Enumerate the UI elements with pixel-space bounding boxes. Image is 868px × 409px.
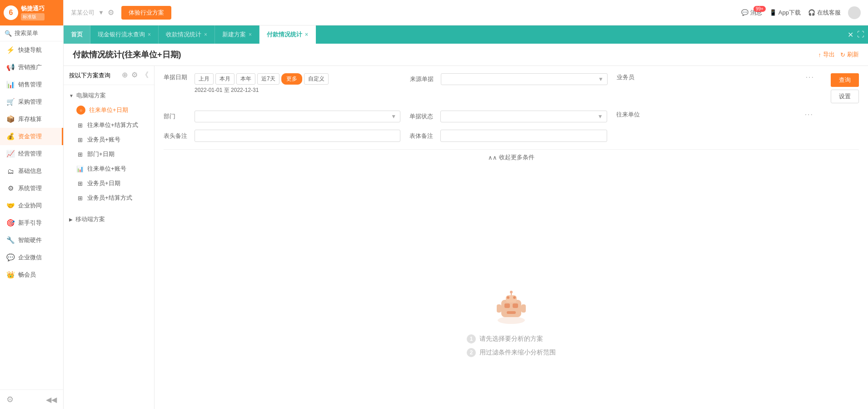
source-select[interactable]: ▼ bbox=[441, 73, 608, 85]
user-avatar[interactable] bbox=[848, 6, 861, 19]
collapse-button[interactable]: ∧∧ 收起更多条件 bbox=[164, 149, 859, 165]
online-service-item[interactable]: 🎧 在线客服 bbox=[808, 9, 841, 17]
sidebar-item-marketing[interactable]: 📢 营销推广 bbox=[0, 59, 63, 76]
sidebar-item-weixin[interactable]: 💬 企业微信 bbox=[0, 249, 63, 266]
header-dropdown-icon[interactable]: ▼ bbox=[98, 9, 104, 16]
tab-home[interactable]: 首页 bbox=[64, 25, 90, 44]
scheme-item-dept-date[interactable]: ⊞ 部门+日期 bbox=[64, 147, 154, 162]
sidebar-item-system[interactable]: ⚙ 系统管理 bbox=[0, 180, 63, 197]
scheme-desktop-header[interactable]: ▼ 电脑端方案 bbox=[64, 89, 154, 102]
scheme-item-label: 往来单位+日期 bbox=[89, 106, 128, 114]
date-more[interactable]: 更多 bbox=[281, 73, 302, 85]
refresh-button[interactable]: ↻ 刷新 bbox=[840, 50, 859, 59]
tab-payment-stats-label: 付款情况统计 bbox=[267, 30, 302, 39]
sidebar-item-hardware[interactable]: 🔧 智能硬件 bbox=[0, 232, 63, 249]
tab-receipt-stats-close[interactable]: × bbox=[204, 31, 207, 38]
search-menu[interactable]: 🔍 搜索菜单 bbox=[0, 25, 63, 41]
app-download-item[interactable]: 📱 App下载 bbox=[769, 9, 801, 17]
service-icon: 🎧 bbox=[808, 9, 815, 16]
staff-dots[interactable]: ··· bbox=[806, 73, 814, 81]
tab-close-all[interactable]: ✕ bbox=[848, 30, 853, 39]
tab-new-plan[interactable]: 新建方案 × bbox=[215, 25, 259, 44]
sidebar: 6 畅捷通巧 标准版 🔍 搜索菜单 ⚡ 快捷导航 📢 营销推广 📊 销售管理 🛒… bbox=[0, 0, 64, 409]
scheme-item-icon: ⊞ bbox=[76, 180, 84, 187]
query-button[interactable]: 查询 bbox=[831, 73, 859, 87]
scheme-item-unit-settle[interactable]: ⊞ 往来单位+结算方式 bbox=[64, 118, 154, 132]
sidebar-item-enterprise[interactable]: 🤝 企业协同 bbox=[0, 197, 63, 214]
app-badge: 标准版 bbox=[21, 13, 45, 20]
date-range: 2022-01-01 至 2022-12-31 bbox=[195, 86, 329, 94]
scheme-panel-header: 按以下方案查询 ⊕ ⚙ 《 bbox=[64, 66, 154, 85]
tab-new-plan-label: 新建方案 bbox=[222, 30, 246, 39]
sidebar-item-guide[interactable]: 🎯 新手引导 bbox=[0, 214, 63, 232]
svg-rect-10 bbox=[497, 304, 501, 313]
scheme-item-staff-date[interactable]: ⊞ 业务员+日期 bbox=[64, 176, 154, 191]
scheme-settings-icon[interactable]: ⚙ bbox=[131, 71, 138, 80]
scheme-add-icon[interactable]: ⊕ bbox=[122, 71, 128, 80]
tab-payment-stats-close[interactable]: × bbox=[305, 31, 308, 38]
empty-area: 1 请先选择要分析的方案 2 用过滤条件来缩小分析范围 bbox=[155, 230, 868, 409]
sidebar-footer: ⚙ ◀◀ bbox=[0, 389, 63, 409]
scheme-item-label: 业务员+账号 bbox=[87, 136, 120, 144]
svg-point-6 bbox=[507, 296, 509, 299]
scheme-mobile-section: ▶ 移动端方案 bbox=[64, 209, 154, 230]
sidebar-item-label: 企业微信 bbox=[18, 253, 42, 262]
empty-illustration bbox=[489, 282, 534, 327]
sidebar-item-basic-info[interactable]: 🗂 基础信息 bbox=[0, 162, 63, 180]
tab-receipt-stats[interactable]: 收款情况统计 × bbox=[159, 25, 215, 44]
scheme-item-icon: 📊 bbox=[76, 165, 84, 172]
export-button[interactable]: ↑ 导出 bbox=[818, 50, 835, 59]
page-title: 付款情况统计(往来单位+日期) bbox=[73, 49, 181, 60]
dept-label: 部门 bbox=[164, 112, 191, 121]
setting-button[interactable]: 设置 bbox=[831, 90, 859, 103]
scheme-item-staff-account[interactable]: ⊞ 业务员+账号 bbox=[64, 132, 154, 147]
empty-tips: 1 请先选择要分析的方案 2 用过滤条件来缩小分析范围 bbox=[467, 334, 556, 357]
filter-form-container: 单据日期 上月 本月 本年 近7天 更多 自定义 2022-01-01 至 20… bbox=[155, 66, 868, 230]
tab-bank-flow[interactable]: 现金银行流水查询 × bbox=[90, 25, 159, 44]
sidebar-item-inventory[interactable]: 📦 库存核算 bbox=[0, 111, 63, 128]
tab-new-plan-close[interactable]: × bbox=[249, 31, 252, 38]
footer-settings-icon[interactable]: ⚙ bbox=[6, 394, 14, 404]
sidebar-item-vip[interactable]: 👑 畅会员 bbox=[0, 266, 63, 283]
tab-bank-flow-close[interactable]: × bbox=[148, 31, 151, 38]
bill-status-select[interactable]: ▼ bbox=[440, 111, 607, 122]
capital-icon: 💰 bbox=[6, 132, 15, 141]
tab-payment-stats[interactable]: 付款情况统计 × bbox=[259, 25, 316, 44]
sidebar-item-capital[interactable]: 💰 资金管理 bbox=[0, 128, 63, 145]
partner-dots[interactable]: ··· bbox=[805, 111, 813, 119]
sidebar-item-sales[interactable]: 📊 销售管理 bbox=[0, 76, 63, 93]
tip-label-1: 请先选择要分析的方案 bbox=[479, 335, 543, 343]
scheme-item-unit-account[interactable]: 📊 往来单位+账号 bbox=[64, 162, 154, 176]
tab-receipt-stats-label: 收款情况统计 bbox=[166, 30, 201, 39]
date-last-month[interactable]: 上月 bbox=[195, 73, 214, 85]
scheme-item-unit-date[interactable]: ○ 往来单位+日期 bbox=[64, 102, 154, 118]
scheme-item-label: 往来单位+账号 bbox=[87, 165, 126, 173]
header-settings-icon[interactable]: ⚙ bbox=[108, 8, 114, 17]
tab-maximize[interactable]: ⛶ bbox=[857, 30, 864, 39]
message-item[interactable]: 💬 消息 99+ bbox=[741, 9, 762, 17]
date-last-7[interactable]: 近7天 bbox=[257, 73, 279, 85]
trial-button[interactable]: 体验行业方案 bbox=[121, 6, 171, 20]
date-this-month[interactable]: 本月 bbox=[215, 73, 234, 85]
date-this-year[interactable]: 本年 bbox=[236, 73, 255, 85]
sidebar-item-purchase[interactable]: 🛒 采购管理 bbox=[0, 93, 63, 111]
footer-collapse-icon[interactable]: ◀◀ bbox=[46, 395, 57, 404]
body-remark-input[interactable] bbox=[440, 130, 607, 142]
scheme-collapse-icon[interactable]: 《 bbox=[141, 71, 149, 80]
sidebar-item-label: 经营管理 bbox=[18, 150, 42, 158]
date-custom[interactable]: 自定义 bbox=[304, 73, 329, 85]
partner-label: 往来单位 bbox=[616, 111, 644, 119]
date-buttons: 上月 本月 本年 近7天 更多 自定义 bbox=[195, 73, 329, 85]
main-area: 某某公司 ▼ ⚙ 体验行业方案 💬 消息 99+ 📱 App下载 🎧 在线客服 bbox=[64, 0, 868, 409]
sidebar-item-label: 新手引导 bbox=[18, 219, 42, 227]
header-remark-input[interactable] bbox=[195, 130, 400, 142]
sidebar-item-operation[interactable]: 📈 经营管理 bbox=[0, 145, 63, 162]
scheme-item-staff-settle[interactable]: ⊞ 业务员+结算方式 bbox=[64, 191, 154, 205]
export-icon: ↑ bbox=[818, 51, 822, 58]
dept-select[interactable]: ▼ bbox=[195, 111, 400, 122]
sidebar-item-quick-nav[interactable]: ⚡ 快捷导航 bbox=[0, 41, 63, 59]
filter-actions: 查询 设置 bbox=[831, 73, 859, 103]
sidebar-item-label: 基础信息 bbox=[18, 167, 42, 175]
scheme-mobile-header[interactable]: ▶ 移动端方案 bbox=[64, 212, 154, 226]
purchase-icon: 🛒 bbox=[6, 98, 15, 106]
